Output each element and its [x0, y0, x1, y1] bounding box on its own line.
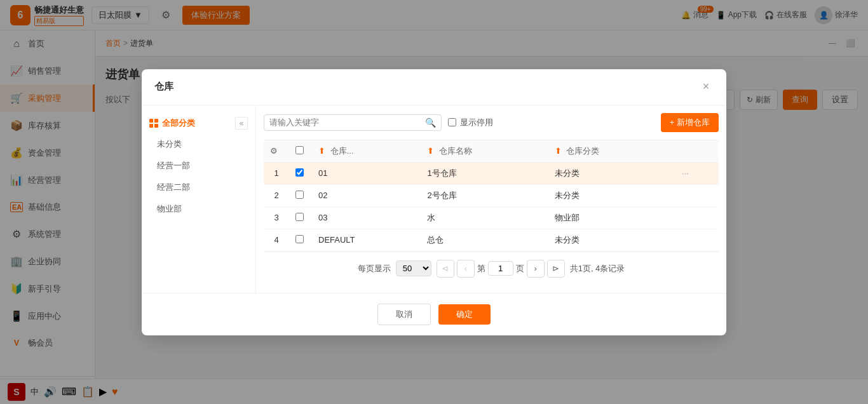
category-item-dept1[interactable]: 经营一部: [142, 155, 255, 177]
modal-header: 仓库 ×: [142, 69, 726, 105]
next-page-button[interactable]: ›: [527, 260, 545, 278]
th-category: ⬆ 仓库分类: [548, 140, 675, 162]
row-more[interactable]: [675, 229, 719, 251]
row-code: 03: [312, 206, 421, 229]
row-check[interactable]: [289, 206, 312, 229]
row-category: 物业部: [548, 206, 675, 229]
row-category: 未分类: [548, 184, 675, 206]
row-num: 3: [264, 206, 289, 229]
prev-page-button[interactable]: ‹: [457, 260, 475, 278]
modal-close-button[interactable]: ×: [698, 79, 714, 95]
search-input[interactable]: [269, 118, 421, 127]
row-name: 2号仓库: [421, 184, 548, 206]
row-num: 4: [264, 229, 289, 251]
category-header: 全部分类 «: [142, 113, 255, 133]
per-page-dropdown[interactable]: 50 100 200: [396, 260, 431, 276]
grid-icon: [149, 119, 158, 128]
sort-icon: ⬆: [555, 146, 562, 156]
th-settings: ⚙: [264, 140, 289, 162]
row-num: 1: [264, 162, 289, 184]
sort-icon: ⬆: [427, 146, 434, 156]
select-all-checkbox[interactable]: [295, 146, 304, 154]
row-code: DEFAULT: [312, 229, 421, 251]
row-more[interactable]: [675, 206, 719, 229]
first-page-button[interactable]: ⊲: [437, 260, 454, 278]
row-category: 未分类: [548, 229, 675, 251]
row-code: 01: [312, 162, 421, 184]
pagination: 每页显示 50 100 200 ⊲ ‹ 第 页 ›: [264, 252, 719, 285]
page-navigation: ⊲ ‹ 第 页 › ⊳: [437, 260, 565, 278]
th-code: ⬆ 仓库...: [312, 140, 421, 162]
row-name: 总仓: [421, 229, 548, 251]
category-all[interactable]: 全部分类: [149, 118, 195, 129]
category-panel: 全部分类 « 未分类 经营一部 经营二部 物业部: [142, 105, 256, 293]
add-warehouse-button[interactable]: + 新增仓库: [661, 113, 719, 132]
th-checkbox: [289, 140, 312, 162]
category-item-unclassified[interactable]: 未分类: [142, 133, 255, 155]
cancel-button[interactable]: 取消: [377, 304, 431, 325]
row-num: 2: [264, 184, 289, 206]
row-name: 1号仓库: [421, 162, 548, 184]
table-toolbar: 🔍 显示停用 + 新增仓库: [264, 113, 719, 132]
table-row[interactable]: 1 01 1号仓库 未分类 ···: [264, 162, 719, 184]
row-more[interactable]: ···: [675, 162, 719, 184]
page-number-input[interactable]: [488, 261, 513, 276]
row-category: 未分类: [548, 162, 675, 184]
table-row[interactable]: 2 02 2号仓库 未分类: [264, 184, 719, 206]
category-item-dept2[interactable]: 经营二部: [142, 177, 255, 198]
sort-icon: ⬆: [318, 146, 325, 156]
row-check[interactable]: [289, 162, 312, 184]
search-icon[interactable]: 🔍: [425, 118, 436, 128]
row-check[interactable]: [289, 184, 312, 206]
table-panel: 🔍 显示停用 + 新增仓库 ⚙: [256, 105, 726, 293]
modal-footer: 取消 确定: [142, 293, 726, 335]
table-row[interactable]: 3 03 水 物业部: [264, 206, 719, 229]
modal-title: 仓库: [154, 81, 173, 93]
show-disabled-checkbox[interactable]: [448, 118, 456, 126]
more-icon[interactable]: ···: [682, 168, 689, 178]
row-code: 02: [312, 184, 421, 206]
row-name: 水: [421, 206, 548, 229]
modal-overlay: 仓库 × 全部分类 « 未分类 经营一部 经营二部 物业部: [0, 0, 868, 404]
warehouse-modal: 仓库 × 全部分类 « 未分类 经营一部 经营二部 物业部: [142, 69, 726, 335]
confirm-button[interactable]: 确定: [438, 304, 491, 325]
show-disabled-label[interactable]: 显示停用: [448, 117, 493, 128]
th-actions: [675, 140, 719, 162]
modal-body: 全部分类 « 未分类 经营一部 经营二部 物业部 🔍: [142, 105, 726, 293]
search-field[interactable]: 🔍: [264, 114, 442, 131]
th-name: ⬆ 仓库名称: [421, 140, 548, 162]
per-page-select[interactable]: 50 100 200: [396, 260, 431, 276]
table-header-row: ⚙ ⬆ 仓库... ⬆ 仓库名称: [264, 140, 719, 162]
row-check[interactable]: [289, 229, 312, 251]
category-item-property[interactable]: 物业部: [142, 198, 255, 220]
warehouse-table: ⚙ ⬆ 仓库... ⬆ 仓库名称: [264, 140, 719, 252]
collapse-button[interactable]: «: [235, 117, 248, 130]
last-page-button[interactable]: ⊳: [547, 260, 565, 278]
row-more[interactable]: [675, 184, 719, 206]
table-row[interactable]: 4 DEFAULT 总仓 未分类: [264, 229, 719, 251]
